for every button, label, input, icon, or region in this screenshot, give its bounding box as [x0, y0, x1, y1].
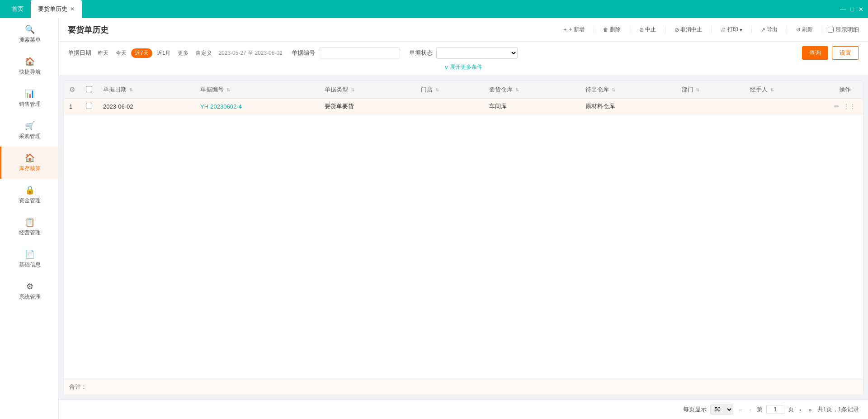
sort-pending-icon[interactable]: ⇅	[612, 87, 615, 92]
date-btn-custom[interactable]: 自定义	[193, 48, 215, 58]
table-spacer	[64, 114, 863, 379]
stop-button[interactable]: ⊘ 中止	[636, 24, 660, 36]
col-checkbox	[80, 81, 98, 99]
sidebar-item-search[interactable]: 🔍 搜索菜单	[0, 18, 58, 50]
col-docno: 单据编号 ⇅	[195, 81, 319, 99]
base-icon: 📄	[25, 249, 35, 259]
show-detail-checkbox[interactable]	[828, 27, 834, 33]
window-minimize[interactable]: —	[840, 6, 846, 13]
page-title: 要货单历史	[68, 24, 108, 35]
select-all-checkbox[interactable]	[86, 86, 92, 92]
sort-docno-icon[interactable]: ⇅	[226, 87, 230, 92]
row-date: 2023-06-02	[98, 99, 195, 114]
sidebar-item-sales[interactable]: 📊 销售管理	[0, 82, 58, 114]
divider7	[822, 26, 822, 33]
date-btn-7days[interactable]: 近7天	[131, 48, 152, 58]
divider3	[665, 26, 665, 33]
row-checkbox[interactable]	[86, 103, 92, 109]
date-btn-yesterday[interactable]: 昨天	[95, 48, 111, 58]
sidebar-item-finance[interactable]: 🔒 资金管理	[0, 179, 58, 211]
refresh-button[interactable]: ↺ 刷新	[793, 24, 816, 36]
edit-icon[interactable]: ✏	[834, 103, 840, 110]
delete-button[interactable]: 🗑 删除	[599, 24, 624, 36]
sort-req-icon[interactable]: ⇅	[515, 87, 519, 92]
sidebar-item-purchase[interactable]: 🛒 采购管理	[0, 114, 58, 147]
show-detail-checkbox-label[interactable]: 显示明细	[828, 26, 859, 34]
page-input[interactable]	[766, 405, 784, 414]
top-bar: 首页 要货单历史 ✕ — □ ✕	[0, 0, 868, 18]
inventory-icon: 🏠	[25, 153, 35, 163]
pagination-bar: 每页显示 50 10 20 100 « ‹ 第 页 › » 共1页，1条记录	[59, 400, 868, 419]
row-req-warehouse: 车间库	[484, 99, 580, 114]
next-page-btn[interactable]: ›	[797, 405, 803, 414]
table-settings-icon[interactable]: ⚙	[69, 86, 75, 93]
sort-handler-icon[interactable]: ⇅	[770, 87, 774, 92]
per-page-label: 每页显示	[683, 405, 707, 414]
date-btn-today[interactable]: 今天	[113, 48, 129, 58]
export-button[interactable]: ↗ 导出	[757, 24, 781, 36]
divider2	[630, 26, 630, 33]
total-info: 共1页，1条记录	[817, 405, 859, 414]
settings-button[interactable]: 设置	[832, 46, 859, 60]
window-maximize[interactable]: □	[850, 6, 854, 13]
date-btn-more[interactable]: 更多	[175, 48, 191, 58]
cancel-stop-button[interactable]: ⊘ 取消中止	[671, 24, 706, 36]
system-icon: ⚙	[26, 281, 33, 291]
row-num: 1	[64, 99, 80, 114]
operation-icon: 📋	[25, 217, 35, 227]
tab-home[interactable]: 首页	[5, 0, 31, 18]
print-button[interactable]: 🖨 打印 ▾	[717, 24, 746, 36]
date-filter-label: 单据日期	[68, 49, 91, 57]
sort-type-icon[interactable]: ⇅	[351, 87, 354, 92]
sales-icon: 📊	[25, 89, 35, 99]
window-controls: — □ ✕	[840, 6, 863, 13]
sidebar-item-inventory[interactable]: 🏠 库存核算	[0, 147, 58, 179]
sort-store-icon[interactable]: ⇅	[435, 87, 439, 92]
page-label: 第	[757, 405, 763, 414]
print-dropdown-icon: ▾	[740, 27, 742, 33]
sidebar-item-operation[interactable]: 📋 经营管理	[0, 211, 58, 243]
prev-page-btn[interactable]: ‹	[748, 405, 753, 414]
col-date: 单据日期 ⇅	[98, 81, 195, 99]
total-label: 合计：	[69, 383, 87, 390]
sort-date-icon[interactable]: ⇅	[129, 87, 133, 92]
query-button[interactable]: 查询	[802, 46, 828, 60]
col-handler: 经手人 ⇅	[745, 81, 827, 99]
row-checkbox-cell	[80, 99, 98, 114]
export-icon: ↗	[761, 27, 765, 33]
row-type: 要货单要货	[319, 99, 415, 114]
filter-bar: 单据日期 昨天 今天 近7天 近1月 更多 自定义 2023-05-27 至 2…	[59, 42, 868, 76]
search-icon: 🔍	[25, 24, 35, 34]
row-dept	[676, 99, 745, 114]
col-pending-warehouse: 待出仓库 ⇅	[580, 81, 676, 99]
more-icon[interactable]: ⋮⋮	[843, 103, 856, 110]
date-btn-1month[interactable]: 近1月	[154, 48, 174, 58]
header-actions: ＋ + 新增 🗑 删除 ⊘ 中止 ⊘ 取消中止	[559, 24, 859, 36]
sort-dept-icon[interactable]: ⇅	[696, 87, 699, 92]
row-docno-link[interactable]: YH-20230602-4	[200, 103, 242, 110]
per-page-select[interactable]: 50 10 20 100	[710, 405, 733, 414]
window-close[interactable]: ✕	[859, 6, 863, 13]
table-footer: 合计：	[64, 379, 863, 395]
status-select[interactable]	[436, 47, 518, 59]
divider4	[711, 26, 712, 33]
tab-history[interactable]: 要货单历史 ✕	[31, 0, 82, 18]
sidebar: 🔍 搜索菜单 🏠 快捷导航 📊 销售管理 🛒 采购管理 🏠 库存核算 🔒 资金管…	[0, 18, 59, 419]
row-handler	[745, 99, 827, 114]
sidebar-item-quick-nav[interactable]: 🏠 快捷导航	[0, 50, 58, 82]
status-filter-group: 单据状态	[409, 47, 518, 59]
new-button[interactable]: ＋ + 新增	[559, 24, 588, 36]
first-page-btn[interactable]: «	[737, 405, 744, 414]
content-area: 要货单历史 ＋ + 新增 🗑 删除 ⊘ 中止 ⊘	[59, 18, 868, 419]
expand-more-button[interactable]: ∨ 展开更多条件	[444, 63, 482, 71]
filter-row: 单据日期 昨天 今天 近7天 近1月 更多 自定义 2023-05-27 至 2…	[68, 46, 859, 60]
sidebar-item-base[interactable]: 📄 基础信息	[0, 243, 58, 275]
row-pending-warehouse: 原材料仓库	[580, 99, 676, 114]
doc-number-input[interactable]	[319, 48, 400, 58]
status-label: 单据状态	[409, 49, 433, 57]
chevron-down-icon: ∨	[444, 64, 448, 71]
col-ops: 操作	[827, 81, 863, 99]
tab-close-icon[interactable]: ✕	[70, 6, 75, 12]
last-page-btn[interactable]: »	[807, 405, 813, 414]
sidebar-item-system[interactable]: ⚙ 系统管理	[0, 275, 58, 307]
